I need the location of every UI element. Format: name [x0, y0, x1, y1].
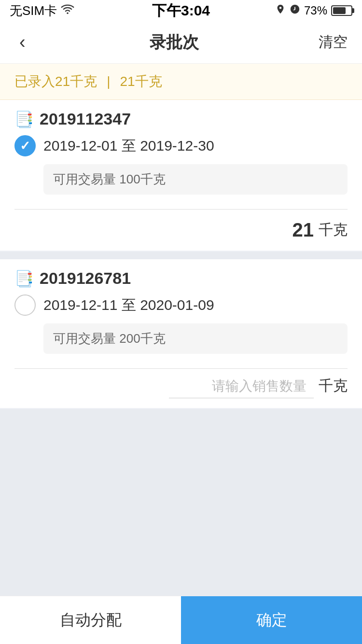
status-banner: 已录入21千克 | 21千克 — [0, 64, 362, 100]
amount-unit-2: 千克 — [319, 376, 348, 396]
recorded-label: 已录入21千克 — [14, 72, 97, 91]
radio-button-1[interactable] — [14, 135, 36, 156]
batch-date-row-1: 2019-12-01 至 2019-12-30 — [14, 135, 348, 156]
batch-header-1: 📑 2019112347 — [14, 110, 348, 128]
banner-divider: | — [107, 74, 110, 89]
status-left: 无SIM卡 — [10, 2, 74, 19]
quantity-input-2[interactable] — [169, 374, 314, 398]
section-divider — [0, 252, 362, 259]
batch-item-2[interactable]: 📑 2019126781 2019-12-11 至 2020-01-09 可用交… — [0, 259, 362, 368]
amount-unit-1: 千克 — [319, 220, 348, 240]
page-title: 录批次 — [150, 31, 199, 54]
battery-percent: 73% — [304, 4, 327, 17]
document-icon-1: 📑 — [14, 110, 34, 128]
batch-id-2: 2019126781 — [40, 269, 131, 288]
batch-date-1: 2019-12-01 至 2019-12-30 — [43, 136, 214, 156]
confirm-button[interactable]: 确定 — [181, 596, 362, 644]
batch-card-1: 📑 2019112347 2019-12-01 至 2019-12-30 可用交… — [0, 100, 362, 251]
document-icon-2: 📑 — [14, 269, 34, 288]
batch-item-1[interactable]: 📑 2019112347 2019-12-01 至 2019-12-30 可用交… — [0, 100, 362, 209]
status-bar: 无SIM卡 下午3:04 73% — [0, 0, 362, 21]
status-right: 73% — [275, 4, 352, 17]
carrier-label: 无SIM卡 — [10, 2, 57, 19]
status-time: 下午3:04 — [152, 1, 210, 21]
total-label: 21千克 — [120, 72, 162, 91]
radio-button-2[interactable] — [14, 294, 36, 316]
alarm-icon — [290, 4, 300, 17]
batch-card-2: 📑 2019126781 2019-12-11 至 2020-01-09 可用交… — [0, 259, 362, 408]
clear-button[interactable]: 清空 — [319, 32, 348, 52]
amount-input-row-2[interactable]: 千克 — [0, 369, 362, 408]
batch-date-row-2: 2019-12-11 至 2020-01-09 — [14, 294, 348, 316]
auto-distribute-button[interactable]: 自动分配 — [0, 596, 181, 644]
back-button[interactable]: ‹ — [14, 27, 30, 57]
wifi-icon — [61, 2, 74, 19]
batch-id-1: 2019112347 — [40, 110, 131, 128]
amount-value-1: 21 — [292, 219, 314, 241]
available-qty-2: 可用交易量 200千克 — [43, 323, 348, 354]
batch-date-2: 2019-12-11 至 2020-01-09 — [43, 295, 214, 315]
svg-point-0 — [67, 12, 69, 14]
nav-bar: ‹ 录批次 清空 — [0, 21, 362, 64]
available-qty-1: 可用交易量 100千克 — [43, 164, 348, 195]
amount-row-1: 21 千克 — [0, 210, 362, 251]
empty-area — [0, 409, 362, 621]
batch-header-2: 📑 2019126781 — [14, 269, 348, 288]
bottom-bar: 自动分配 确定 — [0, 596, 362, 644]
location-icon — [275, 4, 286, 17]
battery-icon — [331, 5, 352, 16]
